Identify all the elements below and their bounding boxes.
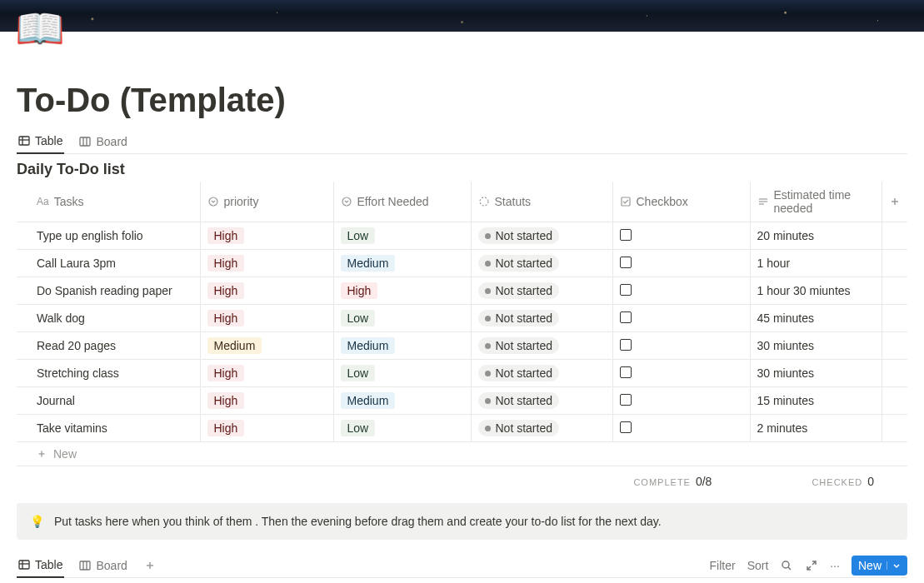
checkbox[interactable] [620, 421, 632, 433]
tag-high[interactable]: High [207, 310, 245, 326]
cell-effort[interactable]: Medium [333, 250, 471, 277]
add-column[interactable] [882, 182, 908, 222]
checkbox[interactable] [620, 257, 632, 268]
cell-task[interactable]: Walk dog [17, 305, 200, 332]
cell-checkbox[interactable] [612, 222, 750, 250]
cell-checkbox[interactable] [612, 305, 750, 332]
table-row[interactable]: Type up english folioHighLowNot started2… [17, 222, 907, 250]
cell-effort[interactable]: Low [333, 305, 471, 332]
cell-priority[interactable]: High [200, 360, 333, 387]
tag-high[interactable]: High [207, 282, 245, 299]
tab-board[interactable]: Board [77, 130, 128, 153]
cell-status[interactable]: Not started [471, 360, 612, 387]
col-tasks[interactable]: AaTasks [17, 182, 200, 222]
tab-table-2[interactable]: Table [17, 553, 64, 578]
cell-estimated[interactable]: 1 hour 30 miuntes [750, 277, 882, 305]
daily-heading[interactable]: Daily To-Do list [17, 161, 907, 178]
tag-low[interactable]: Low [341, 310, 376, 326]
checkbox[interactable] [620, 339, 632, 351]
tag-medium[interactable]: Medium [341, 255, 396, 272]
new-row-daily[interactable]: New [17, 442, 907, 466]
cell-task[interactable]: Stretching class [17, 360, 200, 387]
cell-checkbox[interactable] [612, 277, 750, 305]
table-row[interactable]: Read 20 pagesMediumMediumNot started30 m… [17, 332, 907, 360]
cell-checkbox[interactable] [612, 387, 750, 415]
status-pill[interactable]: Not started [478, 227, 559, 244]
tag-medium[interactable]: Medium [207, 337, 262, 354]
col-estimated[interactable]: Estimated time needed [750, 182, 882, 222]
table-row[interactable]: Take vitaminsHighLowNot started2 minutes [17, 415, 907, 442]
cell-effort[interactable]: Low [333, 415, 471, 442]
cell-estimated[interactable]: 1 hour [750, 250, 882, 277]
tag-low[interactable]: Low [341, 420, 376, 436]
cell-status[interactable]: Not started [471, 387, 612, 415]
cell-task[interactable]: Take vitamins [17, 415, 200, 442]
cell-status[interactable]: Not started [471, 222, 612, 250]
checkbox[interactable] [620, 229, 632, 241]
table-row[interactable]: JournalHighMediumNot started15 minutes [17, 387, 907, 415]
cell-estimated[interactable]: 30 miuntes [750, 360, 882, 387]
status-pill[interactable]: Not started [478, 282, 559, 299]
cell-task[interactable]: Do Spanish reading paper [17, 277, 200, 305]
cell-effort[interactable]: High [333, 277, 471, 305]
checkbox[interactable] [620, 394, 632, 406]
page-icon[interactable]: 📖 [15, 5, 65, 52]
cell-status[interactable]: Not started [471, 305, 612, 332]
table-row[interactable]: Walk dogHighLowNot started45 minutes [17, 305, 907, 332]
status-pill[interactable]: Not started [478, 392, 559, 409]
tag-low[interactable]: Low [341, 227, 376, 244]
cell-priority[interactable]: High [200, 277, 333, 305]
cell-status[interactable]: Not started [471, 415, 612, 442]
search-icon[interactable] [780, 559, 793, 572]
more-icon[interactable]: ··· [830, 559, 840, 572]
cell-estimated[interactable]: 30 miuntes [750, 332, 882, 360]
sort-button[interactable]: Sort [747, 559, 769, 572]
new-button[interactable]: New [852, 556, 907, 576]
checkbox[interactable] [620, 284, 632, 296]
cell-status[interactable]: Not started [471, 277, 612, 305]
cell-task[interactable]: Type up english folio [17, 222, 200, 250]
col-checkbox[interactable]: Checkbox [612, 182, 750, 222]
cell-checkbox[interactable] [612, 332, 750, 360]
tag-high[interactable]: High [207, 227, 245, 244]
cell-priority[interactable]: High [200, 305, 333, 332]
tag-high[interactable]: High [207, 365, 245, 381]
col-status[interactable]: Statuts [471, 182, 612, 222]
table-row[interactable]: Do Spanish reading paperHighHighNot star… [17, 277, 907, 305]
cell-estimated[interactable]: 2 minutes [750, 415, 882, 442]
cell-status[interactable]: Not started [471, 250, 612, 277]
cell-estimated[interactable]: 45 minutes [750, 305, 882, 332]
cell-checkbox[interactable] [612, 415, 750, 442]
cell-status[interactable]: Not started [471, 332, 612, 360]
cell-priority[interactable]: High [200, 222, 333, 250]
col-priority[interactable]: priority [200, 182, 333, 222]
cell-checkbox[interactable] [612, 360, 750, 387]
tab-table[interactable]: Table [17, 129, 64, 154]
tag-medium[interactable]: Medium [341, 337, 396, 354]
add-view[interactable] [142, 555, 157, 576]
cell-task[interactable]: Read 20 pages [17, 332, 200, 360]
col-effort[interactable]: Effort Needed [333, 182, 471, 222]
cell-priority[interactable]: High [200, 250, 333, 277]
cell-task[interactable]: Journal [17, 387, 200, 415]
expand-icon[interactable] [805, 559, 818, 572]
status-pill[interactable]: Not started [478, 310, 559, 326]
tab-board-2[interactable]: Board [77, 554, 128, 577]
tag-high[interactable]: High [341, 282, 378, 299]
cell-checkbox[interactable] [612, 250, 750, 277]
cell-priority[interactable]: High [200, 415, 333, 442]
cell-estimated[interactable]: 15 minutes [750, 387, 882, 415]
tag-high[interactable]: High [207, 420, 245, 436]
checkbox[interactable] [620, 366, 632, 378]
status-pill[interactable]: Not started [478, 337, 559, 354]
cell-priority[interactable]: Medium [200, 332, 333, 360]
status-pill[interactable]: Not started [478, 365, 559, 381]
cell-effort[interactable]: Low [333, 360, 471, 387]
cell-estimated[interactable]: 20 minutes [750, 222, 882, 250]
status-pill[interactable]: Not started [478, 255, 559, 272]
cell-effort[interactable]: Medium [333, 387, 471, 415]
checkbox[interactable] [620, 311, 632, 323]
callout[interactable]: 💡 Put tasks here when you think of them … [17, 503, 907, 540]
status-pill[interactable]: Not started [478, 420, 559, 436]
page-title[interactable]: To-Do (Template) [17, 82, 907, 119]
